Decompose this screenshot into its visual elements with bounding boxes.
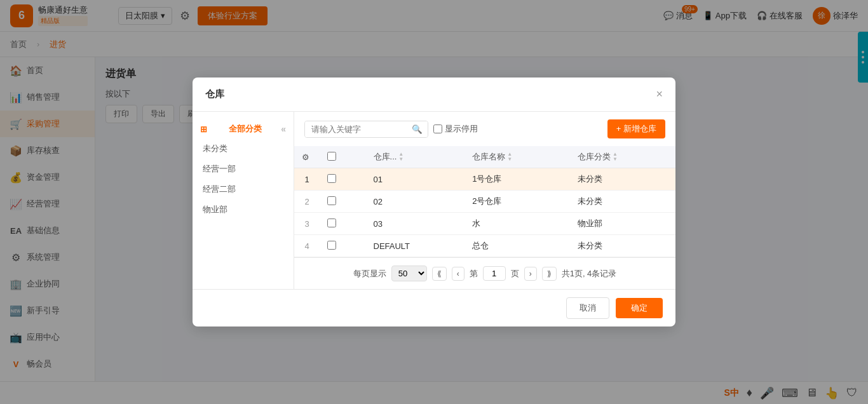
row-checkbox-1[interactable] — [327, 174, 336, 183]
row-name-1: 1号仓库 — [465, 168, 570, 191]
table-header-row: ⚙ 仓库... ▲▼ — [294, 146, 675, 168]
warehouse-table: ⚙ 仓库... ▲▼ — [294, 146, 675, 257]
row-checkbox-4[interactable] — [327, 241, 336, 250]
row-check-2[interactable] — [320, 191, 366, 213]
page-number-input[interactable] — [483, 266, 506, 281]
modal-footer: 取消 确定 — [193, 289, 675, 327]
category-item-uncat[interactable]: 未分类 — [193, 138, 294, 159]
row-name-2: 2号仓库 — [465, 191, 570, 213]
modal-overlay: 仓库 × ⊞ 全部分类 « 未分类 经营一部 经营二部 — [0, 0, 868, 404]
category-sidebar: ⊞ 全部分类 « 未分类 经营一部 经营二部 物业部 — [193, 112, 294, 289]
confirm-button[interactable]: 确定 — [616, 298, 663, 318]
modal-header: 仓库 × — [193, 77, 675, 112]
row-category-2: 未分类 — [570, 191, 675, 213]
sort-arrows-code: ▲▼ — [398, 152, 403, 162]
col-code: 仓库... ▲▼ — [366, 146, 465, 168]
category-item-property[interactable]: 物业部 — [193, 199, 294, 220]
modal-body: ⊞ 全部分类 « 未分类 经营一部 经营二部 物业部 — [193, 112, 675, 289]
row-code-1: 01 — [366, 168, 465, 191]
per-page-select[interactable]: 50 10 20 100 — [391, 266, 427, 281]
search-input[interactable] — [305, 121, 407, 137]
table-row[interactable]: 3 03 水 物业部 — [294, 213, 675, 235]
grid-icon: ⊞ — [200, 125, 207, 134]
category-header[interactable]: ⊞ 全部分类 « — [193, 119, 294, 138]
row-check-1[interactable] — [320, 168, 366, 191]
row-name-3: 水 — [465, 213, 570, 235]
page-last-button[interactable]: ⟫ — [542, 267, 557, 281]
sort-arrows-category: ▲▼ — [613, 152, 618, 162]
col-name-label: 仓库名称 — [472, 151, 505, 163]
cancel-button[interactable]: 取消 — [566, 297, 609, 319]
search-button[interactable]: 🔍 — [407, 121, 428, 137]
select-all-checkbox[interactable] — [327, 152, 336, 161]
category-item-ops1[interactable]: 经营一部 — [193, 159, 294, 179]
row-category-1: 未分类 — [570, 168, 675, 191]
col-gear: ⚙ — [294, 146, 320, 168]
category-label-uncat: 未分类 — [203, 144, 227, 153]
category-label-property: 物业部 — [203, 205, 227, 214]
show-disabled-label[interactable]: 显示停用 — [433, 123, 478, 135]
page-number-label: 第 — [470, 268, 478, 279]
row-checkbox-3[interactable] — [327, 219, 336, 227]
per-page-label: 每页显示 — [353, 268, 386, 279]
modal-title: 仓库 — [205, 88, 224, 100]
table-row[interactable]: 2 02 2号仓库 未分类 — [294, 191, 675, 213]
row-code-3: 03 — [366, 213, 465, 235]
table-row[interactable]: 1 01 1号仓库 未分类 — [294, 168, 675, 191]
show-disabled-checkbox[interactable] — [433, 125, 442, 133]
row-gear-2: 2 — [294, 191, 320, 213]
modal-toolbar: 🔍 显示停用 + 新增仓库 — [294, 112, 675, 146]
page-prev-button[interactable]: ‹ — [452, 267, 465, 281]
modal-toolbar-left: 🔍 显示停用 — [304, 121, 478, 138]
col-checkbox — [320, 146, 366, 168]
col-category-label: 仓库分类 — [578, 151, 611, 163]
table-wrapper: ⚙ 仓库... ▲▼ — [294, 146, 675, 257]
category-label-ops1: 经营一部 — [203, 164, 236, 173]
table-head: ⚙ 仓库... ▲▼ — [294, 146, 675, 168]
col-code-label: 仓库... — [374, 151, 397, 163]
pagination: 每页显示 50 10 20 100 ⟪ ‹ 第 页 › ⟫ 共1页, 4条记录 — [294, 257, 675, 289]
collapse-button[interactable]: « — [281, 124, 286, 134]
row-code-4: DEFAULT — [366, 235, 465, 257]
row-name-4: 总仓 — [465, 235, 570, 257]
all-categories-label: 全部分类 — [229, 123, 262, 135]
col-category: 仓库分类 ▲▼ — [570, 146, 675, 168]
modal-close-button[interactable]: × — [656, 88, 663, 101]
category-item-ops2[interactable]: 经营二部 — [193, 179, 294, 199]
row-gear-3: 3 — [294, 213, 320, 235]
row-code-2: 02 — [366, 191, 465, 213]
table-body: 1 01 1号仓库 未分类 2 02 2号仓库 — [294, 168, 675, 257]
show-disabled-text: 显示停用 — [445, 123, 478, 135]
modal-table-area: 🔍 显示停用 + 新增仓库 ⚙ — [294, 112, 675, 289]
col-name: 仓库名称 ▲▼ — [465, 146, 570, 168]
page-unit-label: 页 — [511, 268, 519, 279]
page-next-button[interactable]: › — [524, 267, 537, 281]
page-total-info: 共1页, 4条记录 — [562, 268, 617, 279]
search-box: 🔍 — [304, 121, 428, 138]
row-gear-1: 1 — [294, 168, 320, 191]
row-gear-4: 4 — [294, 235, 320, 257]
add-warehouse-button[interactable]: + 新增仓库 — [607, 119, 665, 138]
row-checkbox-2[interactable] — [327, 196, 336, 205]
sort-arrows-name: ▲▼ — [507, 152, 512, 162]
table-row[interactable]: 4 DEFAULT 总仓 未分类 — [294, 235, 675, 257]
row-check-4[interactable] — [320, 235, 366, 257]
row-category-3: 物业部 — [570, 213, 675, 235]
page-first-button[interactable]: ⟪ — [432, 267, 447, 281]
row-check-3[interactable] — [320, 213, 366, 235]
row-category-4: 未分类 — [570, 235, 675, 257]
category-label-ops2: 经营二部 — [203, 184, 236, 194]
warehouse-modal: 仓库 × ⊞ 全部分类 « 未分类 经营一部 经营二部 — [193, 77, 675, 327]
